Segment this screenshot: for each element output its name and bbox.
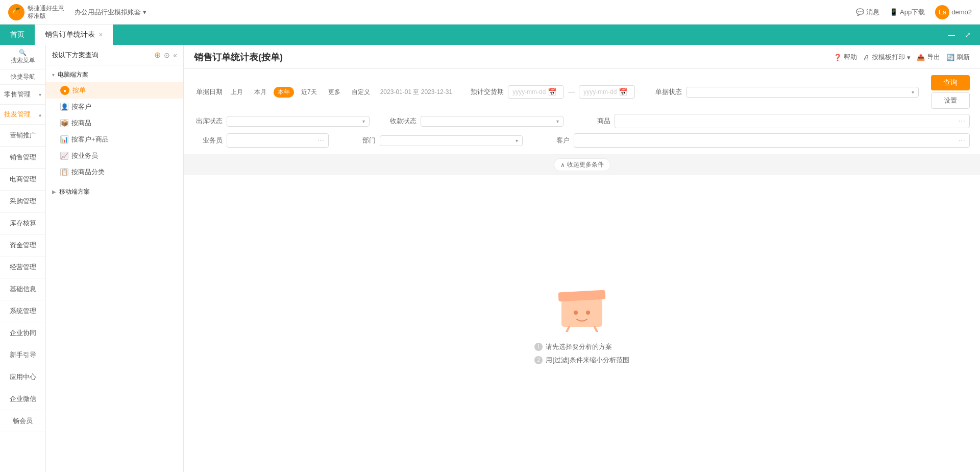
ship-status-filter-block: 出库状态 ▾ [194,116,370,127]
sidebar-item-sales[interactable]: 销售管理 [0,147,45,169]
sidebar-item-enterprise[interactable]: 企业协同 [0,322,45,344]
date-shortcuts: 上月 本月 本年 近7天 更多 自定义 [227,87,374,98]
pc-scheme-group: ▾ 电脑端方案 ● 按单 👤 按客户 📦 按商品 📊 按客户+商品 [46,65,183,182]
scheme-item-by-customer[interactable]: 👤 按客户 [46,99,183,115]
tab-actions: — ⤢ [945,29,980,41]
customer-product-scheme-icon: 📊 [60,135,68,144]
scheme-item-by-salesperson[interactable]: 📈 按业务员 [46,148,183,164]
customer-dots: ··· [959,136,965,145]
settings-scheme-button[interactable]: ⊙ [164,51,170,59]
mobile-scheme-group-title[interactable]: ▶ 移动端方案 [46,184,183,199]
expected-date-start-input[interactable]: yyyy-mm-dd 📅 [508,85,564,99]
expected-date-end-input[interactable]: yyyy-mm-dd 📅 [579,85,635,99]
dept-select[interactable]: ▾ [380,135,523,146]
date-btn-last-month[interactable]: 上月 [227,87,247,98]
print-icon: 🖨 [863,54,870,61]
sidebar-item-purchase[interactable]: 采购管理 [0,191,45,213]
message-button[interactable]: 💬 消息 [856,8,879,17]
customer-input[interactable]: ··· [574,133,970,148]
collection-status-label: 收款状态 [388,116,416,126]
user-menu[interactable]: Ea demo2 [935,5,972,19]
sidebar-search[interactable]: 🔍 搜索菜单 [0,45,45,69]
date-btn-custom[interactable]: 自定义 [348,87,374,98]
svg-line-4 [567,327,569,332]
sidebar-item-wholesale[interactable]: 批发管理 ▴ [0,105,45,125]
print-button[interactable]: 🖨 按模板打印 ▾ [863,53,911,62]
doc-status-filter-block: 单据状态 ▾ [653,87,919,98]
tab-active[interactable]: 销售订单统计表 × [35,25,113,45]
report-area: 销售订单统计表(按单) ❓ 帮助 🖨 按模板打印 ▾ 📤 导出 [184,45,980,472]
scheme-item-by-product[interactable]: 📦 按商品 [46,115,183,131]
scheme-item-by-order[interactable]: ● 按单 [46,82,183,99]
settings-button[interactable]: 设置 [931,92,970,109]
tab-minimize-button[interactable]: — [945,29,958,41]
product-input[interactable]: ··· [615,114,970,128]
expected-date-filter-block: 预计交货期 yyyy-mm-dd 📅 — yyyy-mm-dd 📅 [471,85,635,99]
sidebar-item-finance[interactable]: 资金管理 [0,234,45,256]
salesperson-input[interactable]: ··· [227,133,329,148]
content-area: 按以下方案查询 ⊕ ⊙ « ▾ 电脑端方案 ● 按单 👤 按客 [46,45,980,472]
collapse-bar: ∧ 收起更多条件 [184,154,980,175]
app-download-button[interactable]: 📱 App下载 [890,8,925,17]
refresh-icon: 🔄 [946,54,954,61]
ship-status-label: 出库状态 [194,116,223,126]
sidebar-item-ecommerce[interactable]: 电商管理 [0,169,45,191]
sidebar-item-inventory[interactable]: 库存核算 [0,213,45,234]
empty-tips: 1 请先选择要分析的方案 2 用[过滤]条件来缩小分析范围 [534,340,629,367]
svg-point-3 [586,311,590,315]
collapse-button[interactable]: ∧ 收起更多条件 [554,158,610,171]
sidebar-quick-nav[interactable]: 快捷导航 [0,69,45,85]
empty-tip-2: 2 用[过滤]条件来缩小分析范围 [534,353,629,367]
customer-filter-block: 客户 ··· [541,133,970,148]
collection-status-select[interactable]: ▾ [421,116,564,127]
scheme-item-by-category[interactable]: 📋 按商品分类 [46,164,183,180]
date-btn-this-year[interactable]: 本年 [274,87,294,98]
chevron-down-icon: ▾ [39,92,41,98]
app-selector[interactable]: 办公用品行业模拟账套 ▾ [75,8,146,17]
sidebar-item-marketing[interactable]: 营销推广 [0,125,45,147]
date-btn-this-month[interactable]: 本月 [250,87,271,98]
collapse-panel-button[interactable]: « [173,51,177,59]
sidebar-item-system[interactable]: 系统管理 [0,300,45,322]
export-button[interactable]: 📤 导出 [917,53,940,62]
date-btn-more[interactable]: 更多 [324,87,345,98]
sidebar-item-appcenter[interactable]: 应用中心 [0,366,45,388]
refresh-button[interactable]: 🔄 刷新 [946,53,970,62]
calendar-end-icon: 📅 [619,88,627,96]
export-icon: 📤 [917,54,925,61]
product-label: 商品 [582,116,610,126]
help-button[interactable]: ❓ 帮助 [834,53,857,62]
salesperson-dots: ··· [317,136,324,145]
chevron-up-icon: ▴ [39,112,41,117]
empty-illustration [551,281,612,332]
sidebar-item-member[interactable]: 畅会员 [0,410,45,432]
ship-status-select[interactable]: ▾ [227,116,370,127]
dept-label: 部门 [347,136,376,145]
logo-text: 畅捷通好生意 标准版 [28,5,64,19]
date-btn-7days[interactable]: 近7天 [297,87,321,98]
tab-maximize-button[interactable]: ⤢ [962,29,974,41]
product-dots: ··· [959,116,965,126]
sidebar-item-basic[interactable]: 基础信息 [0,278,45,300]
calendar-start-icon: 📅 [548,88,556,96]
sidebar-item-operations[interactable]: 经营管理 [0,256,45,278]
main-layout: 🔍 搜索菜单 快捷导航 零售管理 ▾ 批发管理 ▴ 营销推广 销售管理 电商管理… [0,45,980,472]
tab-home[interactable]: 首页 [0,25,35,45]
sidebar-item-retail[interactable]: 零售管理 ▾ [0,85,45,105]
pc-scheme-group-title[interactable]: ▾ 电脑端方案 [46,67,183,82]
logo-icon: 🍊 [8,4,24,20]
salesperson-scheme-icon: 📈 [60,152,68,160]
tab-close-icon[interactable]: × [99,31,103,38]
sidebar-item-wechat[interactable]: 企业微信 [0,388,45,410]
right-action-buttons: 查询 设置 [931,75,970,109]
date-separator: — [568,88,575,96]
query-button[interactable]: 查询 [931,75,970,90]
scheme-item-by-customer-product[interactable]: 📊 按客户+商品 [46,131,183,148]
expected-date-label: 预计交货期 [471,87,504,97]
sidebar-item-newuser[interactable]: 新手引导 [0,344,45,366]
page-header: 销售订单统计表(按单) ❓ 帮助 🖨 按模板打印 ▾ 📤 导出 [184,45,980,69]
svg-point-2 [574,311,578,315]
doc-status-select[interactable]: ▾ [686,87,919,98]
add-scheme-button[interactable]: ⊕ [154,50,161,60]
category-scheme-icon: 📋 [60,168,68,176]
